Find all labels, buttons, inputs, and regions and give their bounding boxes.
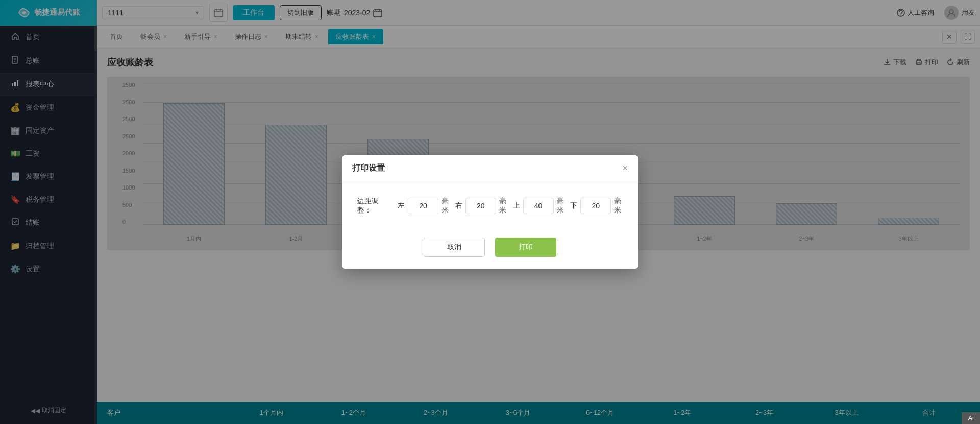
right-unit: 毫米	[499, 197, 508, 215]
bottom-unit: 毫米	[614, 197, 623, 215]
ai-label: Ai	[962, 412, 980, 424]
top-input[interactable]	[523, 198, 554, 214]
dialog-title: 打印设置	[352, 163, 385, 174]
dialog-footer: 取消 打印	[342, 229, 638, 269]
right-label: 右	[455, 201, 462, 210]
top-label: 上	[513, 201, 520, 210]
dialog-close-button[interactable]: ×	[622, 163, 628, 174]
margin-row: 边距调整： 左 毫米 右 毫米 上 毫米 下	[357, 197, 623, 215]
right-input[interactable]	[465, 198, 496, 214]
print-settings-dialog: 打印设置 × 边距调整： 左 毫米 右 毫米 上 毫米	[342, 155, 638, 269]
bottom-input[interactable]	[580, 198, 611, 214]
cancel-button[interactable]: 取消	[424, 238, 485, 257]
modal-overlay: 打印设置 × 边距调整： 左 毫米 右 毫米 上 毫米	[0, 0, 980, 424]
margin-right-group: 右 毫米	[455, 197, 508, 215]
bottom-label: 下	[570, 201, 577, 210]
margin-bottom-group: 下 毫米	[570, 197, 623, 215]
margin-left-group: 左 毫米	[398, 197, 450, 215]
margin-top-group: 上 毫米	[513, 197, 566, 215]
left-input[interactable]	[408, 198, 438, 214]
dialog-header: 打印设置 ×	[342, 155, 638, 182]
top-unit: 毫米	[557, 197, 566, 215]
print-confirm-button[interactable]: 打印	[495, 238, 556, 257]
left-label: 左	[398, 201, 405, 210]
left-unit: 毫米	[442, 197, 450, 215]
dialog-body: 边距调整： 左 毫米 右 毫米 上 毫米 下	[342, 182, 638, 229]
margin-label: 边距调整：	[357, 197, 389, 215]
